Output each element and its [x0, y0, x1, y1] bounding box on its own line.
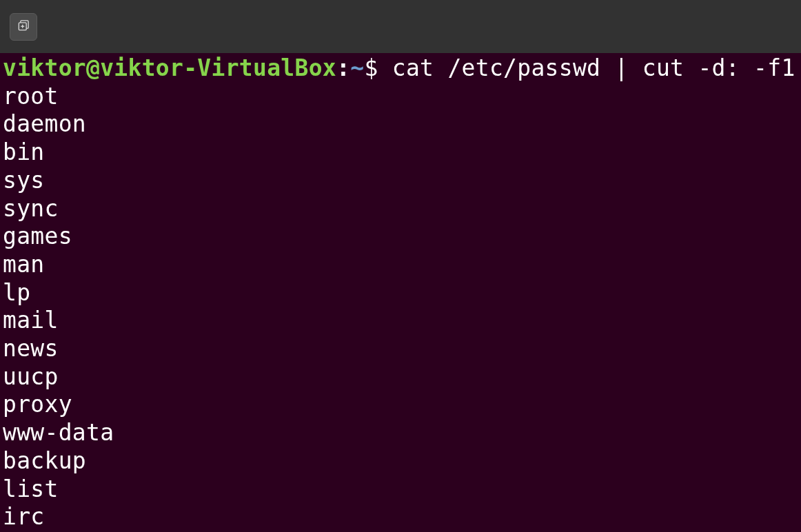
- output-line: news: [3, 335, 798, 363]
- prompt-path: ~: [350, 54, 364, 81]
- output-line: daemon: [3, 110, 798, 139]
- titlebar: [0, 0, 801, 53]
- output-line: bin: [3, 139, 798, 167]
- prompt-symbol: $: [364, 54, 378, 81]
- output-line: mail: [3, 307, 798, 335]
- output-line: man: [3, 251, 798, 279]
- output-line: games: [3, 223, 798, 251]
- output-line: sys: [3, 167, 798, 195]
- output-line: www-data: [3, 419, 798, 447]
- output-line: uucp: [3, 363, 798, 391]
- output-line: irc: [3, 503, 798, 531]
- prompt-separator: :: [336, 54, 350, 81]
- new-tab-button[interactable]: [10, 13, 37, 41]
- prompt-command: cat /etc/passwd | cut -d: -f1: [378, 54, 795, 81]
- output-line: backup: [3, 447, 798, 475]
- output-line: list: [3, 475, 798, 504]
- prompt-user-host: viktor@viktor-VirtualBox: [3, 54, 336, 81]
- output-line: lp: [3, 279, 798, 307]
- output-line: sync: [3, 195, 798, 223]
- prompt-line: viktor@viktor-VirtualBox:~$ cat /etc/pas…: [3, 54, 798, 83]
- terminal-output: rootdaemonbinsyssyncgamesmanlpmailnewsuu…: [3, 83, 798, 531]
- output-line: proxy: [3, 391, 798, 419]
- terminal[interactable]: viktor@viktor-VirtualBox:~$ cat /etc/pas…: [0, 53, 801, 532]
- output-line: root: [3, 83, 798, 111]
- new-tab-icon: [17, 19, 30, 35]
